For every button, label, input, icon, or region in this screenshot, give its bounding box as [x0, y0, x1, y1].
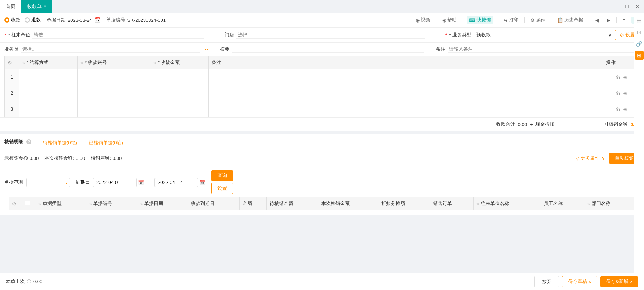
salesperson-more-icon[interactable]: ··· [203, 46, 208, 52]
cell-settlement-3[interactable] [19, 101, 78, 117]
delete-icon-1[interactable]: 🗑 [616, 74, 621, 80]
th-settlement: ⇅ * 结算方式 [19, 56, 78, 69]
tab-shoukuan[interactable]: 收款单 × [21, 0, 52, 13]
cell-account-3[interactable] [78, 101, 150, 117]
verification-help-icon[interactable]: ? [26, 139, 31, 144]
sort-number: ⇅ [89, 202, 92, 206]
copy-icon-3[interactable]: ⊕ [623, 106, 627, 112]
th-amount: ⇅ * 收款金额 [150, 56, 209, 69]
nav-next-btn[interactable]: ▶ [605, 17, 613, 24]
due-date-field: 到期日 📅 — 📅 [76, 178, 205, 187]
table-gear-icon[interactable]: ⚙ [8, 60, 12, 66]
bottom-gear-icon[interactable]: ⚙ [12, 201, 16, 207]
verification-tabs: 待核销单据(0笔) 已核销单据(0笔) [37, 138, 129, 148]
sidebar-icon-2[interactable]: ⊡ [635, 28, 644, 36]
help-btn[interactable]: ◉ 帮助 [440, 16, 459, 24]
date-from-input[interactable] [93, 178, 137, 187]
discard-btn[interactable]: 放弃 [534, 276, 559, 287]
cell-amount-1[interactable] [150, 69, 209, 85]
footer-info-icon[interactable]: ⓘ [27, 279, 31, 284]
action-btn[interactable]: ⚙ 操作 [528, 16, 547, 24]
save-btn[interactable]: 保存&新增 ∧ [600, 276, 638, 287]
bottom-table: ⚙ ⇅ 单据类型 ⇅ 单据编号 [9, 197, 635, 210]
close-btn[interactable]: × [634, 3, 641, 10]
window-controls: — □ × [611, 3, 644, 10]
settings-gear-icon: ⚙ [620, 32, 624, 38]
diff-label: 核销差额: [91, 155, 111, 161]
sep-4 [430, 45, 430, 54]
sort-date: ⇅ [140, 202, 143, 206]
copy-icon-2[interactable]: ⊕ [623, 90, 627, 96]
total-value: 0.00 [518, 122, 527, 127]
total-label: 收款合计 [496, 121, 515, 128]
cell-account-2[interactable] [78, 85, 150, 101]
tab-done[interactable]: 已核销单据(0笔) [83, 138, 129, 148]
cell-settlement-1[interactable] [19, 69, 78, 85]
tab-pending[interactable]: 待核销单据(0笔) [37, 138, 83, 148]
shortcut-btn[interactable]: ⌨ 快捷键 [467, 16, 493, 24]
summary-input[interactable] [232, 46, 424, 53]
verification-settings-btn[interactable]: 设置 [211, 183, 233, 194]
radio-tuikuan[interactable]: 退款 [25, 17, 41, 23]
tab-home[interactable]: 首页 [0, 0, 21, 13]
salesperson-label: 业务员 [4, 46, 19, 52]
salesperson-input[interactable] [21, 46, 200, 53]
cell-note-1[interactable] [209, 69, 603, 85]
tab-close-icon[interactable]: × [44, 4, 46, 9]
query-btn[interactable]: 查询 [211, 170, 233, 181]
date-sep: — [147, 180, 152, 185]
bth-current: 本次核销金额 [318, 197, 378, 210]
nav-prev-btn[interactable]: ◀ [593, 17, 601, 24]
date-to-cal-icon[interactable]: 📅 [200, 180, 205, 185]
radio-shoukuan-dot [4, 17, 9, 23]
history-btn[interactable]: 📋 历史单据 [555, 16, 585, 24]
delete-icon-2[interactable]: 🗑 [616, 90, 621, 96]
discount-input[interactable] [559, 121, 595, 128]
sidebar-icon-3[interactable]: 🔗 [635, 39, 644, 48]
calendar-icon[interactable]: 📅 [94, 17, 101, 23]
range-select[interactable] [26, 178, 70, 187]
sep-1 [219, 31, 219, 39]
required-star-2: * [445, 32, 447, 38]
radio-shoukuan[interactable]: 收款 [4, 17, 20, 23]
cell-note-2[interactable] [209, 85, 603, 101]
diff-item: 核销差额: 0.00 [91, 155, 122, 161]
cell-settlement-2[interactable] [19, 85, 78, 101]
sidebar-icon-1[interactable]: ▤ [635, 16, 644, 25]
date-from-cal-icon[interactable]: 📅 [138, 180, 144, 185]
cell-note-3[interactable] [209, 101, 603, 117]
cell-amount-3[interactable] [150, 101, 209, 117]
more-conditions-btn[interactable]: ▽ 更多条件 ∧ [576, 155, 605, 161]
cell-amount-2[interactable] [150, 85, 209, 101]
list-view-btn[interactable]: ≡ [620, 17, 628, 24]
minimize-btn[interactable]: — [611, 3, 620, 10]
date-label: 单据日期 [47, 17, 66, 23]
draft-btn[interactable]: 保存草稿 ∧ [562, 276, 597, 287]
summary-row: 收款合计 0.00 + 现金折扣: = 可核销金额 0.00 [0, 117, 644, 131]
cell-account-1[interactable] [78, 69, 150, 85]
counterpart-input[interactable] [32, 31, 204, 39]
copy-icon-1[interactable]: ⊕ [623, 74, 627, 80]
maximize-btn[interactable]: □ [623, 3, 631, 10]
radio-shoukuan-label: 收款 [11, 17, 20, 23]
counterpart-more-icon[interactable]: ··· [208, 32, 213, 38]
bth-dept: ⇅ 部门名称 [584, 197, 635, 210]
date-to-input[interactable] [154, 178, 198, 187]
note-input[interactable] [448, 46, 640, 53]
form-row-1: * * 往来单位 ··· 门店 ··· * * 业务类型 预收款 ∨ ⚙ 设置 [0, 27, 644, 43]
store-more-icon[interactable]: ··· [428, 32, 433, 38]
sidebar-icon-4-active[interactable]: ⊞ [635, 51, 644, 60]
history-icon: 📋 [557, 17, 563, 23]
biztype-dropdown-icon[interactable]: ∨ [608, 32, 612, 38]
radio-tuikuan-dot [25, 17, 30, 23]
bth-sales-order: 销售订单 [430, 197, 473, 210]
delete-icon-3[interactable]: 🗑 [616, 106, 621, 112]
tab-bar: 首页 收款单 × — □ × [0, 0, 644, 13]
number-field: 单据编号 SK-20230324-001 [106, 17, 166, 23]
print-btn[interactable]: 🖨 打印 [501, 16, 521, 24]
sort-dept: ⇅ [587, 202, 590, 206]
select-all-checkbox[interactable] [25, 201, 30, 205]
video-btn[interactable]: ◉ 视频 [413, 16, 432, 24]
store-input[interactable] [236, 31, 425, 39]
shortcut-label: 快捷键 [477, 17, 491, 23]
